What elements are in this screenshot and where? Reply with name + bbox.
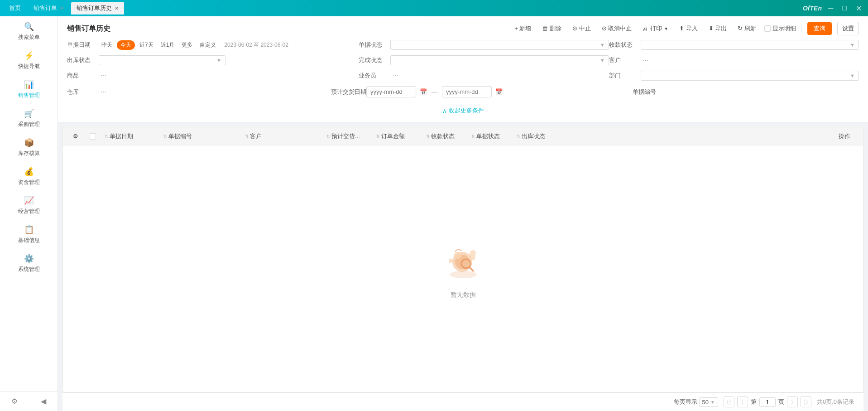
sidebar-item-operations[interactable]: 📈 经营管理 xyxy=(0,190,58,219)
sidebar-item-search-menu-label: 搜索菜单 xyxy=(18,34,40,41)
tab-sales-order[interactable]: 销售订单 ✕ xyxy=(28,2,69,15)
first-page-btn[interactable]: ⟨⟨ xyxy=(724,396,734,407)
date-btn-more[interactable]: 更多 xyxy=(179,40,195,50)
filter-control-completion: ▼ xyxy=(390,55,609,65)
sidebar-item-purchase-mgmt[interactable]: 🛒 采购管理 xyxy=(0,103,58,132)
th-settings[interactable]: ⚙ xyxy=(67,133,85,140)
new-btn[interactable]: + 新增 xyxy=(512,23,534,34)
import-btn[interactable]: ⬆ 导入 xyxy=(676,23,700,34)
sidebar-settings-btn[interactable]: ⚙ xyxy=(8,395,21,407)
th-outbound-sort-icon[interactable]: ⇅ xyxy=(517,134,520,139)
collapse-btn[interactable]: ∧ 收起更多条件 xyxy=(442,105,484,116)
filter-control-payment-status: ▼ xyxy=(641,40,859,50)
date-btn-yesterday[interactable]: 昨天 xyxy=(99,40,115,50)
date-quick-btns: 昨天 今天 近7天 近1月 更多 自定义 xyxy=(99,40,219,50)
page-suffix: 页 xyxy=(778,398,784,406)
th-outbound-label: 出库状态 xyxy=(522,132,545,140)
date-btn-today[interactable]: 今天 xyxy=(117,40,135,50)
filter-control-outbound: ▼ xyxy=(99,55,359,65)
order-status-select[interactable]: ▼ xyxy=(390,40,609,50)
cancel-stop-btn[interactable]: ⊘ 取消中止 xyxy=(599,23,635,34)
filter-control-delivery-date: 📅 — 📅 xyxy=(366,86,633,97)
th-amount: ⇅ 订单金额 xyxy=(373,132,422,140)
warehouse-ellipsis-btn[interactable]: ··· xyxy=(99,88,108,96)
sidebar-item-quick-nav-label: 快捷导航 xyxy=(18,63,40,70)
th-date-sort-icon[interactable]: ⇅ xyxy=(105,134,108,139)
sidebar-item-basic-info[interactable]: 📋 基础信息 xyxy=(0,219,58,248)
filter-control-order-status: ▼ xyxy=(390,40,609,50)
empty-state: 暂无数据 xyxy=(63,145,863,392)
payment-status-select[interactable]: ▼ xyxy=(641,40,859,50)
stop-btn[interactable]: ⊘ 中止 xyxy=(570,23,594,34)
search-menu-icon: 🔍 xyxy=(24,22,34,32)
show-detail-check[interactable]: 显示明细 xyxy=(764,24,796,33)
show-detail-checkbox[interactable] xyxy=(764,25,771,32)
th-date: ⇅ 单据日期 xyxy=(101,132,160,140)
sidebar-item-finance[interactable]: 💰 资金管理 xyxy=(0,161,58,190)
tab-home-label: 首页 xyxy=(9,4,21,12)
per-page-select: 每页显示 50 ▼ xyxy=(674,397,718,407)
select-all-checkbox[interactable] xyxy=(90,133,96,140)
calendar-end-icon[interactable]: 📅 xyxy=(495,88,503,95)
th-check[interactable] xyxy=(85,133,101,140)
department-select[interactable]: ▼ xyxy=(641,71,859,81)
th-status-sort-icon[interactable]: ⇅ xyxy=(471,134,475,139)
calendar-start-icon[interactable]: 📅 xyxy=(420,88,427,95)
prev-page-btn[interactable]: ⟨ xyxy=(737,396,748,407)
window-max-btn[interactable]: □ xyxy=(839,3,849,13)
th-amount-label: 订单金额 xyxy=(381,132,405,140)
next-page-btn[interactable]: ⟩ xyxy=(787,396,798,407)
tab-home[interactable]: 首页 xyxy=(4,2,26,15)
page-go-label: 第 xyxy=(751,398,757,406)
th-amount-sort-icon[interactable]: ⇅ xyxy=(376,134,380,139)
th-delivery: ⇅ 预计交货... xyxy=(323,132,373,140)
main-layout: 🔍 搜索菜单 ⚡ 快捷导航 📊 销售管理 🛒 采购管理 📦 库存核算 💰 资金管… xyxy=(0,16,868,411)
th-num-sort-icon[interactable]: ⇅ xyxy=(163,134,167,139)
delivery-date-start-input[interactable] xyxy=(366,86,416,97)
print-btn[interactable]: 🖨 打印 ▼ xyxy=(640,23,671,34)
date-btn-7days[interactable]: 近7天 xyxy=(137,40,156,50)
th-delivery-sort-icon[interactable]: ⇅ xyxy=(326,134,330,139)
tab-sales-order-close[interactable]: ✕ xyxy=(60,5,64,11)
export-btn[interactable]: ⬇ 导出 xyxy=(706,23,730,34)
window-close-btn[interactable]: ✕ xyxy=(853,3,864,14)
refresh-btn[interactable]: ↻ 刷新 xyxy=(735,23,759,34)
sidebar-item-inventory[interactable]: 📦 库存核算 xyxy=(0,132,58,161)
page-size-control[interactable]: 50 ▼ xyxy=(699,397,718,407)
th-date-label: 单据日期 xyxy=(110,132,133,140)
sidebar-item-sys-mgmt[interactable]: ⚙️ 系统管理 xyxy=(0,248,58,277)
date-btn-1month[interactable]: 近1月 xyxy=(158,40,177,50)
date-btn-custom[interactable]: 自定义 xyxy=(197,40,219,50)
settings-btn[interactable]: 设置 xyxy=(837,22,859,35)
customer-ellipsis-btn[interactable]: ··· xyxy=(641,56,650,64)
product-ellipsis-btn[interactable]: ··· xyxy=(99,72,108,80)
product-label: 商品 xyxy=(67,72,99,80)
sidebar-item-quick-nav[interactable]: ⚡ 快捷导航 xyxy=(0,45,58,74)
query-btn[interactable]: 查询 xyxy=(807,22,832,35)
th-customer-sort-icon[interactable]: ⇅ xyxy=(245,134,249,139)
sidebar-collapse-btn[interactable]: ◀ xyxy=(37,395,50,407)
tab-sales-order-history[interactable]: 销售订单历史 ✕ xyxy=(71,2,124,15)
completion-status-select[interactable]: ▼ xyxy=(390,55,609,65)
table-container: ⚙ ⇅ 单据日期 ⇅ 单据编号 ⇅ 客户 ⇅ xyxy=(62,127,863,392)
operations-icon: 📈 xyxy=(24,196,34,206)
page-input[interactable] xyxy=(759,397,776,407)
salesperson-ellipsis-btn[interactable]: ··· xyxy=(390,72,400,80)
delete-btn[interactable]: 🗑 删除 xyxy=(539,23,564,34)
th-outbound: ⇅ 出库状态 xyxy=(513,132,558,140)
filter-group-customer: 客户 ··· xyxy=(609,56,859,64)
sidebar-item-finance-label: 资金管理 xyxy=(18,179,40,186)
last-page-btn[interactable]: ⟩⟩ xyxy=(801,396,811,407)
customer-label: 客户 xyxy=(609,56,641,64)
column-settings-icon[interactable]: ⚙ xyxy=(73,133,78,140)
tab-sales-order-history-close[interactable]: ✕ xyxy=(115,5,119,11)
sidebar-item-search-menu[interactable]: 🔍 搜索菜单 xyxy=(0,16,58,45)
th-payment-sort-icon[interactable]: ⇅ xyxy=(426,134,430,139)
outbound-status-select[interactable]: ▼ xyxy=(99,55,225,65)
sidebar-item-sales-mgmt[interactable]: 📊 销售管理 xyxy=(0,74,58,103)
delivery-date-end-input[interactable] xyxy=(442,86,492,97)
page-title-row: 销售订单历史 + 新增 🗑 删除 ⊘ 中止 ⊘ 取消中止 🖨 打印 ▼ ⬆ 导入… xyxy=(67,22,859,40)
collapse-row: ∧ 收起更多条件 xyxy=(67,103,859,118)
inventory-icon: 📦 xyxy=(24,138,34,148)
window-min-btn[interactable]: ─ xyxy=(825,3,836,13)
